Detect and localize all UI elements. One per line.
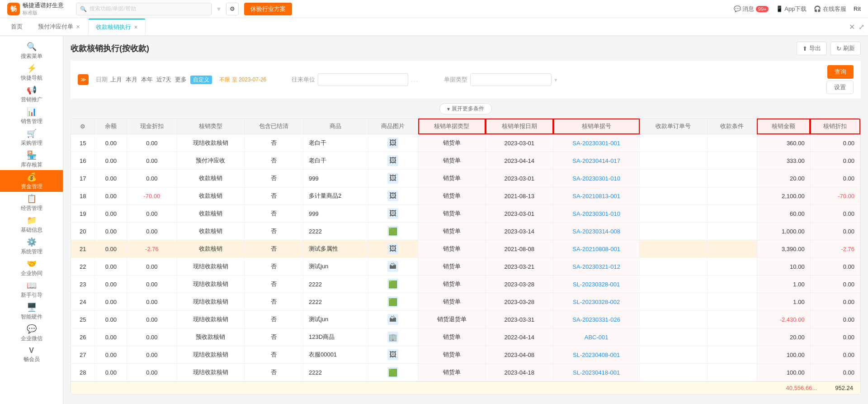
sidebar-item-basic-info[interactable]: 📁 基础信息 <box>0 214 63 235</box>
cell-verify-bill-no: SA-20230301-001 <box>553 134 640 152</box>
cell-verify-discount: 0.00 <box>810 293 860 311</box>
last-7days-link[interactable]: 近7天 <box>156 76 171 84</box>
cell-receipt-condition <box>707 152 757 170</box>
query-actions: 查询 设置 <box>826 65 854 94</box>
table-footer: 40,556,66... 952.24 <box>71 381 860 394</box>
cell-include-cleared: 否 <box>245 346 303 364</box>
cell-verify-date: 2023-03-01 <box>486 134 553 152</box>
maximize-icon[interactable]: ⤢ <box>859 23 864 31</box>
sidebar-item-inventory[interactable]: 🏪 库存核算 <box>0 148 63 170</box>
export-icon: ⬆ <box>802 45 807 52</box>
cell-verify-discount: 0.00 <box>810 276 860 293</box>
cell-verify-type: 收款核销 <box>177 170 245 187</box>
from-unit-label: 往来单位 <box>292 76 315 84</box>
cell-verify-type: 现结收款核销 <box>177 346 245 364</box>
cell-receipt-condition <box>707 346 757 364</box>
bill-type-dropdown-icon[interactable]: ▾ <box>554 76 557 83</box>
sidebar-item-operations[interactable]: 📋 经营管理 <box>0 192 63 214</box>
from-unit-input[interactable] <box>318 73 408 86</box>
dropdown-arrow-icon[interactable]: ▾ <box>217 5 221 13</box>
this-month-link[interactable]: 本月 <box>126 76 137 84</box>
sidebar-item-collab[interactable]: 🤝 企业协同 <box>0 257 63 279</box>
more-date-link[interactable]: 更多 <box>175 76 187 84</box>
th-verify-date: 核销单报日期 <box>486 119 553 134</box>
sidebar-item-marketing[interactable]: 📢 营销推广 <box>0 83 63 105</box>
top-bar: 畅 畅捷通谱好生意 标准版 🔍 搜索功能/单据/帮助 ▾ ⚙ 休验行业方案 💬 … <box>0 0 868 18</box>
cell-balance: 0.00 <box>95 293 127 311</box>
cell-receipt-order-no <box>640 240 708 258</box>
cell-goods-img: 🏢 <box>368 328 418 346</box>
search-icon: 🔍 <box>27 42 37 52</box>
cell-verify-bill-no: SL-20230328-002 <box>553 293 640 311</box>
cell-verify-bill-no: SL-20230328-001 <box>553 276 640 293</box>
table-settings-button[interactable]: 设置 <box>826 81 854 94</box>
sidebar-item-system[interactable]: ⚙️ 系统管理 <box>0 235 63 257</box>
query-button[interactable]: 查询 <box>827 65 854 79</box>
main-content: 收款核销执行(按收款) ⬆ 导出 ↻ 刷新 ≫ 日期 上月 本月 本 <box>63 36 868 404</box>
cell-goods-img: 🏔 <box>368 258 418 276</box>
cell-verify-amount: 10.00 <box>757 258 810 276</box>
user-name: Rit <box>854 5 861 12</box>
tab-prepay[interactable]: 预付冲应付单 ✕ <box>31 19 87 35</box>
cell-receipt-order-no <box>640 311 708 328</box>
sidebar-item-guide[interactable]: 📖 新手引导 <box>0 279 63 300</box>
money-icon: 💰 <box>27 172 37 182</box>
dots-separator: ... <box>411 76 419 83</box>
this-year-link[interactable]: 本年 <box>141 76 153 84</box>
table-header-row: ⚙ 余额 现金折扣 核销类型 包含已结清 商品 商品图片 核销单据类型 核销单报… <box>71 119 860 134</box>
sidebar-item-purchase[interactable]: 🛒 采购管理 <box>0 127 63 148</box>
total-discount-footer: 952.24 <box>835 385 853 391</box>
custom-date-button[interactable]: 自定义 <box>190 76 212 84</box>
cell-include-cleared: 否 <box>245 240 303 258</box>
tab-verify-close-icon[interactable]: ✕ <box>134 24 138 30</box>
cell-verify-bill-type: 销货单 <box>418 187 486 205</box>
filter-toggle-button[interactable]: ≫ <box>78 74 89 85</box>
tab-home[interactable]: 首页 <box>4 19 30 35</box>
tab-verify[interactable]: 收款核销执行 ✕ <box>88 19 146 35</box>
cell-verify-date: 2023-04-18 <box>486 364 553 381</box>
cell-goods-img: 🖼 <box>368 240 418 258</box>
sidebar-item-search[interactable]: 🔍 搜索菜单 <box>0 40 63 62</box>
table-row: 27 0.00 0.00 现结收款核销 否 衣服00001 🖼 销货单 2023… <box>71 346 860 364</box>
bill-type-input[interactable] <box>470 73 552 86</box>
cell-cash-discount: -70.00 <box>127 187 177 205</box>
cell-id: 19 <box>71 205 95 223</box>
sidebar-item-hardware[interactable]: 🖥️ 智能硬件 <box>0 300 63 322</box>
cell-id: 26 <box>71 328 95 346</box>
export-button[interactable]: ⬆ 导出 <box>797 42 827 55</box>
last-month-link[interactable]: 上月 <box>110 76 122 84</box>
top-search-bar: 🔍 搜索功能/单据/帮助 <box>76 3 212 15</box>
sidebar-item-shortcut[interactable]: ⚡ 快捷导航 <box>0 62 63 83</box>
refresh-button[interactable]: ↻ 刷新 <box>830 42 861 55</box>
tab-prepay-close-icon[interactable]: ✕ <box>76 24 80 30</box>
sidebar-item-wechat[interactable]: 💬 企业微信 <box>0 322 63 344</box>
cell-verify-type: 现结收款核销 <box>177 311 245 328</box>
cell-goods-img: 🖼 <box>368 134 418 152</box>
cell-verify-date: 2023-03-28 <box>486 293 553 311</box>
expand-conditions-button[interactable]: ▾ 展开更多条件 <box>439 103 492 114</box>
cell-verify-bill-type: 销货单 <box>418 293 486 311</box>
th-settings[interactable]: ⚙ <box>71 119 95 134</box>
cell-verify-amount: 1,000.00 <box>757 223 810 240</box>
messages-button[interactable]: 💬 消息 99+ <box>734 5 769 13</box>
cell-goods-img: 🖼 <box>368 205 418 223</box>
sidebar-item-sales[interactable]: 📊 销售管理 <box>0 105 63 127</box>
industry-solution-button[interactable]: 休验行业方案 <box>244 3 292 15</box>
sidebar-item-member[interactable]: V 畅会员 <box>0 344 63 366</box>
cell-verify-bill-no: SL-20230418-001 <box>553 364 640 381</box>
cell-verify-bill-no: ABC-001 <box>553 328 640 346</box>
cell-verify-bill-type: 销货单 <box>418 258 486 276</box>
cell-receipt-order-no <box>640 152 708 170</box>
app-download-button[interactable]: 📱 App下载 <box>776 5 807 13</box>
sidebar-item-finance[interactable]: 💰 资金管理 <box>0 170 63 192</box>
lightning-icon: ⚡ <box>27 63 37 73</box>
cell-verify-bill-no: SA-20230331-026 <box>553 311 640 328</box>
cell-include-cleared: 否 <box>245 223 303 240</box>
close-window-icon[interactable]: ✕ <box>849 23 855 31</box>
cell-id: 17 <box>71 170 95 187</box>
cell-verify-type: 现结收款核销 <box>177 258 245 276</box>
cell-id: 23 <box>71 276 95 293</box>
settings-gear-button[interactable]: ⚙ <box>226 3 239 15</box>
online-service-button[interactable]: 🎧 在线客服 <box>814 5 846 13</box>
cell-verify-discount: 0.00 <box>810 205 860 223</box>
